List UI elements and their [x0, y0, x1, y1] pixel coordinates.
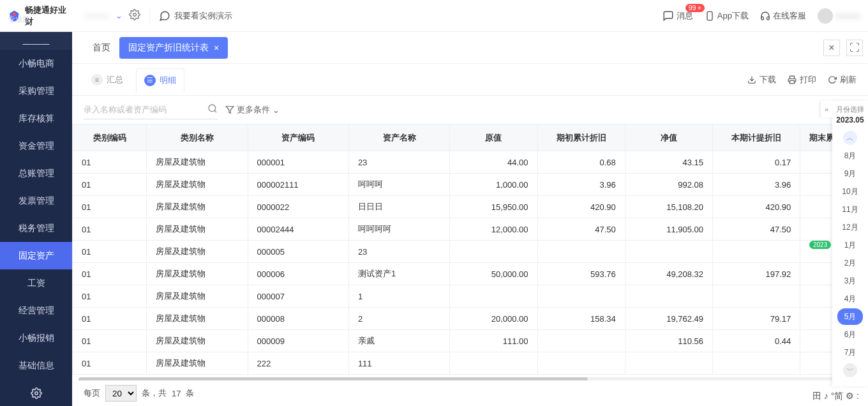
table-cell: 0.17 — [713, 151, 800, 174]
sidebar: 专业版 ——— 小畅电商采购管理库存核算资金管理总账管理发票管理税务管理固定资产… — [0, 32, 72, 406]
column-header[interactable]: 类别编码 — [73, 124, 147, 151]
column-header[interactable]: 原值 — [450, 124, 537, 151]
collapse-month-panel-button[interactable]: » — [821, 101, 832, 117]
close-all-tabs-button[interactable]: × — [823, 40, 840, 56]
close-icon[interactable]: × — [214, 43, 219, 53]
search-icon[interactable] — [207, 103, 218, 116]
column-header[interactable]: 本期计提折旧 — [713, 124, 800, 151]
table-row[interactable]: 01房屋及建筑物000008220,000.00158.3419,762.497… — [73, 308, 868, 330]
org-selector[interactable]: ——— — [84, 11, 109, 20]
subtab-summary[interactable]: ≡ 汇总 — [84, 68, 131, 92]
month-item[interactable]: 10月 — [837, 183, 863, 200]
table-cell: 49,208.32 — [625, 263, 712, 285]
table-cell: 15,950.00 — [450, 196, 537, 218]
horizontal-scrollbar[interactable] — [79, 377, 862, 380]
sidebar-item-0[interactable]: 小畅电商 — [0, 50, 72, 77]
more-filters-button[interactable]: 更多条件 ⌄ — [225, 104, 280, 116]
sidebar-item-5[interactable]: 发票管理 — [0, 187, 72, 214]
month-item[interactable]: 6月 — [837, 326, 863, 343]
svg-line-7 — [214, 110, 216, 112]
table-cell: 000001 — [248, 151, 348, 174]
table-row[interactable]: 01房屋及建筑物00002444呵呵呵呵12,000.0047.5011,905… — [73, 218, 868, 241]
sidebar-item-9[interactable]: 经营管理 — [0, 297, 72, 324]
month-scroll-down-button[interactable]: ﹀ — [843, 363, 857, 377]
tab-home[interactable]: 首页 — [84, 37, 119, 59]
user-menu[interactable]: ——— — [818, 8, 860, 24]
tab-depreciation-report[interactable]: 固定资产折旧统计表 × — [119, 37, 228, 59]
table-row[interactable]: 01房屋及建筑物000009亲戚111.00110.560.440. — [73, 330, 868, 352]
message-icon — [662, 10, 674, 22]
table-row[interactable]: 01房屋及建筑物222111 — [73, 352, 868, 375]
sidebar-item-7[interactable]: 固定资产 — [0, 242, 72, 269]
refresh-button[interactable]: 刷新 — [828, 74, 857, 86]
sidebar-item-cut[interactable]: ——— — [0, 32, 72, 50]
content-panel: ≡ 汇总 ☰ 明细 下载 打印 刷新 — [72, 64, 868, 406]
sidebar-item-11[interactable]: 基础信息 — [0, 352, 72, 379]
table-row[interactable]: 01房屋及建筑物000006测试资产150,000.00593.7649,208… — [73, 263, 868, 285]
subtab-detail[interactable]: ☰ 明细 — [136, 68, 184, 93]
messages-button[interactable]: 消息 99 + — [662, 10, 693, 22]
table-cell: 01 — [73, 308, 147, 330]
search-input[interactable] — [84, 105, 207, 114]
online-service-button[interactable]: 在线客服 — [760, 10, 806, 22]
month-item[interactable]: 9月 — [837, 165, 863, 182]
sidebar-item-10[interactable]: 小畅报销 — [0, 324, 72, 352]
table-cell: 000005 — [248, 241, 348, 263]
table-cell: 3.96 — [537, 174, 625, 196]
table-cell: 房屋及建筑物 — [147, 196, 248, 218]
column-header[interactable]: 资产名称 — [348, 124, 449, 151]
sidebar-item-6[interactable]: 税务管理 — [0, 214, 72, 242]
month-item[interactable]: 7月 — [837, 344, 863, 361]
download-button[interactable]: 下载 — [747, 74, 776, 86]
month-item[interactable]: 11月 — [837, 201, 863, 218]
table-row[interactable]: 01房屋及建筑物000002111呵呵呵1,000.003.96992.083.… — [73, 174, 868, 196]
column-header[interactable]: 资产编码 — [248, 124, 348, 151]
column-header[interactable]: 净值 — [625, 124, 712, 151]
ime-status-bar: 田 ♪ °简 ⚙ : — [812, 391, 859, 402]
svg-rect-1 — [707, 11, 712, 20]
month-item[interactable]: 3月 — [837, 273, 863, 289]
settings-icon[interactable] — [0, 380, 72, 406]
table-row[interactable]: 01房屋及建筑物00000523 — [73, 241, 868, 263]
scrollbar-thumb[interactable] — [79, 377, 588, 380]
demo-link[interactable]: 我要看实例演示 — [159, 10, 232, 22]
table-row[interactable]: 01房屋及建筑物0000022日日日15,950.00420.9015,108.… — [73, 196, 868, 218]
fullscreen-button[interactable]: ⛶ — [846, 40, 863, 56]
print-icon — [788, 75, 797, 84]
month-item[interactable]: 5月 — [837, 308, 863, 325]
table-cell: 房屋及建筑物 — [147, 241, 248, 263]
table-wrap: 类别编码类别名称资产编码资产名称原值期初累计折旧净值本期计提折旧期末累计折旧 0… — [72, 124, 868, 380]
table-cell: 01 — [73, 285, 147, 308]
column-header[interactable]: 期初累计折旧 — [537, 124, 625, 151]
month-item[interactable]: 4月 — [837, 290, 863, 307]
print-button[interactable]: 打印 — [788, 74, 816, 86]
table-cell: 000002111 — [248, 174, 348, 196]
table-cell: 日日日 — [348, 196, 449, 218]
month-list: 8月9月10月11月12月20231月2月3月4月5月6月7月 — [832, 147, 868, 361]
table-cell — [625, 352, 712, 375]
chevron-down-icon[interactable]: ⌄ — [116, 11, 123, 20]
table-cell — [713, 352, 800, 375]
table-row[interactable]: 01房屋及建筑物0000071 — [73, 285, 868, 308]
sidebar-item-8[interactable]: 工资 — [0, 269, 72, 297]
table-cell — [713, 241, 800, 263]
table-cell: 000006 — [248, 263, 348, 285]
sidebar-item-1[interactable]: 采购管理 — [0, 77, 72, 105]
month-item[interactable]: 2月 — [837, 255, 863, 271]
sidebar-item-4[interactable]: 总账管理 — [0, 160, 72, 187]
app-download-button[interactable]: App下载 — [705, 10, 749, 22]
table-row[interactable]: 01房屋及建筑物0000012344.000.6843.150.170. — [73, 151, 868, 174]
table-cell: 111 — [348, 352, 449, 375]
column-header[interactable]: 类别名称 — [147, 124, 248, 151]
table-cell: 11,905.00 — [625, 218, 712, 241]
month-item[interactable]: 1月 — [837, 237, 863, 253]
table-cell: 呵呵呵 — [348, 174, 449, 196]
divider — [149, 8, 150, 24]
gear-icon[interactable] — [129, 9, 140, 22]
month-item[interactable]: 8月 — [837, 147, 863, 164]
month-scroll-up-button[interactable]: ︿ — [843, 131, 857, 145]
month-item[interactable]: 12月 — [837, 219, 863, 236]
page-size-select[interactable]: 20 — [105, 385, 137, 402]
sidebar-item-2[interactable]: 库存核算 — [0, 105, 72, 132]
sidebar-item-3[interactable]: 资金管理 — [0, 132, 72, 160]
